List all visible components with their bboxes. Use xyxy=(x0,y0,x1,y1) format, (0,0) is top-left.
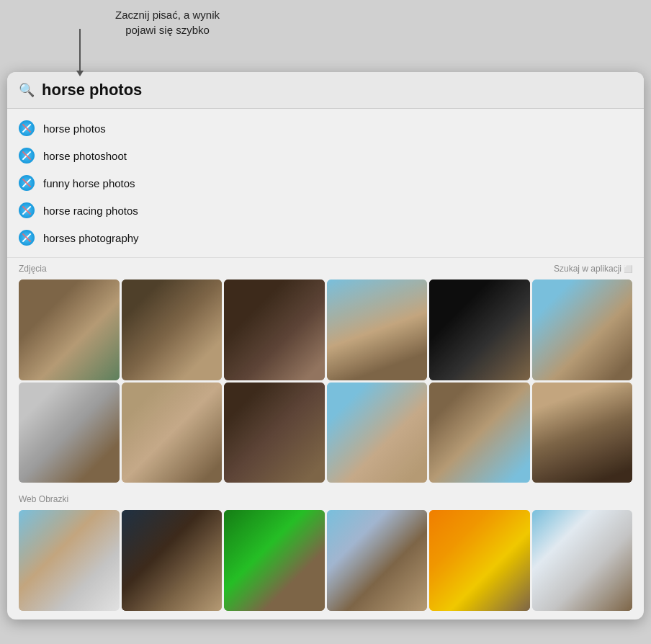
photo-thumb-4[interactable] xyxy=(327,279,428,380)
photo-thumb-7[interactable] xyxy=(19,383,120,483)
suggestion-text-4: horse racing photos xyxy=(43,205,138,217)
photo-thumb-8[interactable] xyxy=(122,383,223,483)
search-panel: 🔍 horse photos horse photos horse photos… xyxy=(7,72,644,620)
safari-icon-5 xyxy=(19,230,35,246)
search-icon: 🔍 xyxy=(19,82,35,98)
tooltip-line2: pojawi się szybko xyxy=(115,22,220,37)
suggestion-item-5[interactable]: horses photography xyxy=(7,224,644,251)
suggestion-text-3: funny horse photos xyxy=(43,177,135,189)
web-photo-thumb-3[interactable] xyxy=(224,510,325,611)
external-link-icon: ⬜ xyxy=(624,265,632,273)
tooltip-arrow xyxy=(79,29,81,72)
photo-thumb-12[interactable] xyxy=(532,383,633,483)
photo-thumb-11[interactable] xyxy=(429,383,530,483)
photo-thumb-2[interactable] xyxy=(122,279,223,380)
suggestion-text-5: horses photography xyxy=(43,232,139,244)
photo-thumb-9[interactable] xyxy=(224,383,325,483)
web-photos-grid xyxy=(7,507,644,620)
photo-thumb-5[interactable] xyxy=(429,279,530,380)
suggestion-item-4[interactable]: horse racing photos xyxy=(7,197,644,224)
suggestion-item-1[interactable]: horse photos xyxy=(7,115,644,142)
web-photo-thumb-1[interactable] xyxy=(19,510,120,611)
photo-thumb-6[interactable] xyxy=(532,279,633,380)
web-photo-thumb-2[interactable] xyxy=(122,510,223,611)
web-images-section-label: Web Obrazki xyxy=(19,494,68,504)
search-input[interactable]: horse photos xyxy=(42,81,632,99)
web-photo-thumb-6[interactable] xyxy=(532,510,633,611)
search-bar: 🔍 horse photos xyxy=(7,72,644,109)
photos-section-header: Zdjęcia Szukaj w aplikacji ⬜ xyxy=(7,258,644,277)
photos-section-action[interactable]: Szukaj w aplikacji ⬜ xyxy=(554,264,632,274)
suggestion-item-2[interactable]: horse photoshoot xyxy=(7,142,644,169)
photos-grid xyxy=(7,277,644,488)
tooltip-line1: Zacznij pisać, a wynik xyxy=(115,7,220,22)
photo-thumb-10[interactable] xyxy=(327,383,428,483)
suggestions-list: horse photos horse photoshoot funny hors… xyxy=(7,109,644,258)
safari-icon-1 xyxy=(19,120,35,136)
suggestion-text-1: horse photos xyxy=(43,122,106,135)
suggestion-item-3[interactable]: funny horse photos xyxy=(7,169,644,197)
web-photo-thumb-5[interactable] xyxy=(429,510,530,611)
section-action-text: Szukaj w aplikacji xyxy=(554,264,621,274)
photo-thumb-1[interactable] xyxy=(19,279,120,380)
safari-icon-4 xyxy=(19,202,35,218)
tooltip: Zacznij pisać, a wynik pojawi się szybko xyxy=(115,7,220,37)
suggestion-text-2: horse photoshoot xyxy=(43,150,127,162)
safari-icon-2 xyxy=(19,148,35,164)
web-images-section-header: Web Obrazki xyxy=(7,488,644,507)
photo-thumb-3[interactable] xyxy=(224,279,325,380)
safari-icon-3 xyxy=(19,175,35,191)
web-photo-thumb-4[interactable] xyxy=(327,510,428,611)
photos-section-label: Zdjęcia xyxy=(19,264,47,274)
